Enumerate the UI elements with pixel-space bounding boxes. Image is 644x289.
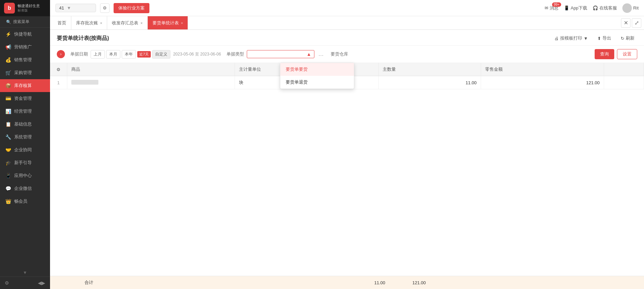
export-label: 导出 (602, 35, 611, 41)
footer-qty: 11.00 (349, 280, 389, 285)
tab-receivable-summary-close[interactable]: × (140, 21, 142, 25)
store-dropdown-arrow: ▼ (67, 5, 71, 10)
row-amount: 121.00 (481, 76, 604, 89)
sidebar-item-quick-nav[interactable]: ⚡ 快捷导航 (0, 28, 50, 41)
tab-inventory-batch-label: 库存批次账 (76, 20, 98, 26)
filter-date-group: 单据日期 上月 本月 本年 近7天 自定义 2023-05-06 至 2023-… (70, 50, 221, 59)
tab-inventory-batch[interactable]: 库存批次账 × (71, 16, 107, 29)
col-settings[interactable]: ⚙ (50, 63, 67, 76)
refresh-icon: ↻ (621, 36, 624, 41)
type-filter-select[interactable]: ▲ (247, 50, 314, 58)
trial-button[interactable]: 体验行业方案 (114, 3, 149, 13)
sidebar: b 畅捷通好生意 标准版 🔍 搜索菜单 ⚡ 快捷导航 📢 营销推广 💰 销售管理… (0, 0, 50, 289)
filter-bar: › 单据日期 上月 本月 本年 近7天 自定义 2023-05-06 至 202… (50, 46, 644, 63)
type-filter-more[interactable]: … (317, 51, 325, 57)
dropdown-item-requisition-return[interactable]: 要货单退货 (280, 76, 354, 89)
type-select-up-arrow[interactable]: ▲ (307, 51, 311, 57)
store-selector[interactable]: 41 ▼ (55, 4, 96, 12)
sidebar-item-app-center[interactable]: 📱 应用中心 (0, 169, 50, 182)
filter-actions: 查询 设置 (595, 49, 637, 59)
row-num: 1 (50, 76, 67, 89)
date-range-display: 2023-05-06 至 2023-06-06 (173, 51, 221, 57)
app-download-action[interactable]: 📱 App下载 (564, 5, 587, 11)
inner-page: 要货单统计表(按商品) 🖨 按模板打印 ▼ ⬆ 导出 ↻ 刷新 (50, 30, 644, 289)
refresh-button[interactable]: ↻ 刷新 (618, 34, 637, 43)
sidebar-item-purchase[interactable]: 🛒 采购管理 (0, 66, 50, 79)
collapse-icon[interactable]: ◀▶ (38, 280, 45, 286)
sidebar-item-cooperation[interactable]: 🤝 企业协同 (0, 143, 50, 156)
print-button[interactable]: 🖨 按模板打印 ▼ (552, 34, 591, 43)
sidebar-item-member[interactable]: 👑 畅会员 (0, 195, 50, 208)
footer-label: 合计 (71, 280, 139, 286)
member-label: 畅会员 (14, 198, 27, 204)
tab-close-all-button[interactable]: ✕ (621, 18, 630, 28)
sidebar-item-guide[interactable]: 🎓 新手引导 (0, 156, 50, 169)
system-icon: 🔧 (5, 134, 11, 140)
print-label: 按模板打印 (560, 35, 582, 41)
main-area: 41 ▼ ⚙ 体验行业方案 ✉ 消息 99+ 📱 App下载 🎧 在线客服 (50, 0, 644, 289)
page-title: 要货单统计表(按商品) (57, 35, 109, 42)
user-profile[interactable]: Rit (622, 3, 639, 13)
dropdown-item-requisition-goods[interactable]: 要货单要货 (280, 63, 354, 76)
headset-icon: 🎧 (593, 5, 598, 10)
warehouse-filter-label: 要货仓库 (331, 51, 348, 57)
sidebar-item-wechat[interactable]: 💬 企业微信 (0, 182, 50, 195)
filter-toggle[interactable]: › (57, 50, 65, 58)
sidebar-search[interactable]: 🔍 搜索菜单 (0, 16, 50, 28)
marketing-label: 营销推广 (14, 44, 32, 50)
finance-icon: 💳 (5, 96, 11, 101)
sidebar-bottom: ⚙ ◀▶ (0, 276, 50, 289)
purchase-icon: 🛒 (5, 70, 11, 75)
table-footer: 合计 11.00 121.00 (50, 276, 644, 289)
col-product: 商品 (67, 63, 235, 76)
print-icon: 🖨 (554, 36, 559, 41)
sidebar-item-finance[interactable]: 💳 资金管理 (0, 92, 50, 105)
business-icon: 📊 (5, 109, 11, 114)
wechat-icon: 💬 (5, 186, 11, 191)
tab-expand-button[interactable]: ⤢ (632, 18, 641, 28)
sidebar-item-system[interactable]: 🔧 系统管理 (0, 131, 50, 143)
version-label: 标准版 (18, 8, 40, 13)
query-button[interactable]: 查询 (595, 49, 614, 59)
header-gear-button[interactable]: ⚙ (100, 3, 110, 13)
page-actions: 🖨 按模板打印 ▼ ⬆ 导出 ↻ 刷新 (552, 34, 637, 43)
settings-button[interactable]: 设置 (617, 49, 637, 59)
sidebar-item-marketing[interactable]: 📢 营销推广 (0, 41, 50, 53)
export-button[interactable]: ⬆ 导出 (595, 34, 614, 43)
date-this-year-btn[interactable]: 本年 (122, 50, 136, 59)
store-name: 41 (59, 5, 64, 10)
sidebar-item-sales[interactable]: 💰 销售管理 (0, 53, 50, 66)
messages-badge: 99+ (552, 2, 561, 7)
tab-requisition-stats[interactable]: 要货单统计表 × (148, 16, 188, 29)
guide-label: 新手引导 (14, 160, 32, 166)
member-icon: 👑 (5, 199, 11, 204)
tab-receivable-summary[interactable]: 收发存汇总表 × (107, 16, 147, 29)
col-extra (604, 63, 644, 76)
tab-home[interactable]: 首页 (53, 16, 71, 29)
row-extra (604, 76, 644, 89)
date-this-month-btn[interactable]: 本月 (106, 50, 120, 59)
date-range-badge[interactable]: 近7天 (137, 51, 151, 58)
sidebar-item-business[interactable]: 📊 经营管理 (0, 105, 50, 118)
gear-icon: ⚙ (103, 5, 107, 10)
system-label: 系统管理 (14, 134, 32, 140)
sidebar-item-inventory[interactable]: 📦 库存核算 (0, 79, 50, 92)
tab-home-label: 首页 (57, 20, 66, 26)
tab-inventory-batch-close[interactable]: × (100, 21, 102, 25)
footer-amount: 121.00 (389, 280, 430, 285)
online-service-action[interactable]: 🎧 在线客服 (593, 5, 617, 11)
export-icon: ⬆ (597, 36, 601, 41)
messages-action[interactable]: ✉ 消息 99+ (545, 5, 558, 11)
sidebar-scroll-down[interactable]: ▼ (0, 269, 50, 276)
settings-icon[interactable]: ⚙ (5, 280, 9, 286)
user-name: Rit (633, 5, 639, 10)
tab-requisition-stats-close[interactable]: × (181, 21, 183, 25)
phone-icon: 📱 (564, 5, 569, 10)
print-dropdown-icon: ▼ (583, 36, 588, 41)
date-custom-btn[interactable]: 自定义 (152, 50, 170, 59)
sidebar-item-base-info[interactable]: 📋 基础信息 (0, 118, 50, 131)
header-left: 41 ▼ ⚙ 体验行业方案 (55, 3, 149, 13)
date-last-month-btn[interactable]: 上月 (91, 50, 105, 59)
row-product (67, 76, 235, 89)
tab-bar-right: ✕ ⤢ (621, 18, 641, 28)
